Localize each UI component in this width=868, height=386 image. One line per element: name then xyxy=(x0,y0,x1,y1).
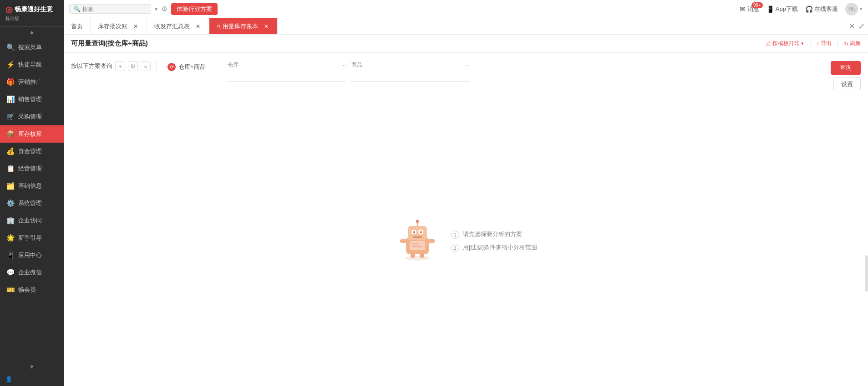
filter-actions: 查询 设置 xyxy=(825,61,861,91)
print-chevron-icon: ▾ xyxy=(801,41,804,46)
cart-icon: 🛒 xyxy=(6,113,15,121)
svg-rect-8 xyxy=(420,231,422,233)
sidebar-item-apps[interactable]: 📱 应用中心 xyxy=(0,247,64,264)
tip-number-2: 2 xyxy=(451,244,459,252)
filter-settings-button[interactable]: ⚙ xyxy=(128,61,138,71)
tab-close-available-inventory[interactable]: ✕ xyxy=(263,23,270,30)
sidebar-item-basic[interactable]: 🗂️ 基础信息 xyxy=(0,177,64,195)
sidebar-nav: 🔍 搜索菜单 ⚡ 快捷导航 🎁 营销推广 📊 销售管理 🛒 采购管理 📦 库存核… xyxy=(0,37,64,362)
sidebar-item-wechat[interactable]: 💬 企业微信 xyxy=(0,264,64,281)
action-separator-1: | xyxy=(809,40,811,47)
notification-button[interactable]: ✉ 消息 99+ xyxy=(740,5,759,13)
tab-batch-account[interactable]: 库存批次账 ✕ xyxy=(91,18,147,34)
page-header: 可用量查询(按仓库+商品) 🖨 按模板打印 ▾ | ↑ 导出 | ↻ xyxy=(64,35,868,53)
topbar-search-box[interactable]: 🔍 xyxy=(69,4,151,14)
industry-solution-button[interactable]: 体验行业方案 xyxy=(171,3,218,15)
app-title: ◎ 畅康通好生意 xyxy=(5,5,58,15)
warehouse-input[interactable] xyxy=(228,71,346,82)
goods-input[interactable] xyxy=(351,71,470,82)
refresh-button[interactable]: ↻ 刷新 xyxy=(844,40,861,47)
sidebar-item-sales[interactable]: 📊 销售管理 xyxy=(0,91,64,108)
notification-badge: 99+ xyxy=(751,2,763,8)
gear-icon: ⚙️ xyxy=(6,199,15,207)
svg-point-11 xyxy=(416,220,419,223)
ticket-icon: 🎫 xyxy=(6,286,15,294)
sidebar-item-member[interactable]: 🎫 畅会员 xyxy=(0,281,64,299)
user-menu[interactable]: Rit ▾ xyxy=(845,3,863,15)
online-service-link[interactable]: 🎧 在线客服 xyxy=(805,5,838,13)
svg-rect-15 xyxy=(411,243,418,245)
sidebar-scroll-down[interactable]: ▼ xyxy=(0,362,64,372)
search-chevron-icon[interactable]: ▾ xyxy=(155,6,157,12)
sidebar-bottom-user[interactable]: 👤 xyxy=(0,372,64,386)
goods-more-btn[interactable]: ··· xyxy=(465,62,470,68)
filter-collapse-button[interactable]: « xyxy=(141,61,151,71)
sidebar-item-enterprise[interactable]: 🏢 企业协同 xyxy=(0,212,64,229)
app-badge: 标准版 xyxy=(5,15,58,22)
warehouse-label: 仓库 ··· xyxy=(228,61,346,69)
scheme-warehouse-goods[interactable]: ⟳ 仓库+商品 xyxy=(164,61,213,73)
content-inner: 可用量查询(按仓库+商品) 🖨 按模板打印 ▾ | ↑ 导出 | ↻ xyxy=(64,35,868,386)
sidebar-item-system[interactable]: ⚙️ 系统管理 xyxy=(0,195,64,212)
filter-label-area: 按以下方案查询 + ⚙ « xyxy=(71,61,157,71)
print-icon: 🖨 xyxy=(766,41,771,47)
sidebar-item-newbie[interactable]: 🌟 新手引导 xyxy=(0,229,64,247)
sidebar-item-marketing[interactable]: 🎁 营销推广 xyxy=(0,73,64,91)
filter-fields-area: 仓库 ··· 商品 ··· xyxy=(220,61,825,82)
warehouse-more-btn[interactable]: ··· xyxy=(341,62,346,68)
sidebar-item-finance[interactable]: 💰 资金管理 xyxy=(0,143,64,160)
main-content: 🔍 ▾ ⚙ 体验行业方案 ✉ 消息 99+ 📱 App下载 🎧 在线客服 Ri xyxy=(64,0,868,386)
headphone-icon: 🎧 xyxy=(805,5,813,13)
search-input-icon: 🔍 xyxy=(73,5,81,12)
filter-add-button[interactable]: + xyxy=(115,61,125,71)
building-icon: 🏢 xyxy=(6,216,15,225)
scheme-icon: ⟳ xyxy=(168,63,176,71)
search-input[interactable] xyxy=(82,6,137,12)
user-avatar-icon: 👤 xyxy=(5,376,12,382)
topbar-gear-icon[interactable]: ⚙ xyxy=(161,5,168,13)
empty-state-illustration xyxy=(395,218,440,264)
sidebar-logo: ◎ 畅康通好生意 标准版 xyxy=(0,0,64,27)
tip-number-1: 1 xyxy=(451,231,459,239)
tab-close-inventory-summary[interactable]: ✕ xyxy=(194,23,202,30)
app-download-link[interactable]: 📱 App下载 xyxy=(766,5,798,13)
box-icon: 📦 xyxy=(6,130,15,138)
sidebar-item-shortcut[interactable]: ⚡ 快捷导航 xyxy=(0,56,64,73)
tip-2: 2 用[过滤]条件来缩小分析范围 xyxy=(451,243,537,252)
clipboard-icon: 📋 xyxy=(6,165,15,173)
tab-close-batch-account[interactable]: ✕ xyxy=(132,23,139,30)
chart-icon: 📊 xyxy=(6,95,15,103)
empty-tips: 1 请先选择要分析的方案 2 用[过滤]条件来缩小分析范围 xyxy=(451,230,537,252)
tab-available-inventory[interactable]: 可用量库存账本 ✕ xyxy=(209,18,278,34)
tab-expand-icon[interactable]: ⤢ xyxy=(858,22,864,31)
filter-scheme-list: ⟳ 仓库+商品 xyxy=(157,61,220,73)
refresh-icon: ↻ xyxy=(844,41,848,47)
user-chevron-icon: ▾ xyxy=(860,6,863,12)
empty-state-content: 1 请先选择要分析的方案 2 用[过滤]条件来缩小分析范围 xyxy=(395,218,537,264)
svg-rect-12 xyxy=(400,239,407,243)
topbar-right-area: ✉ 消息 99+ 📱 App下载 🎧 在线客服 Rit ▾ xyxy=(740,3,863,15)
chat-icon: 💬 xyxy=(6,268,15,277)
sidebar-item-purchase[interactable]: 🛒 采购管理 xyxy=(0,108,64,125)
sidebar-scroll-up[interactable]: ▲ xyxy=(0,27,64,37)
topbar: 🔍 ▾ ⚙ 体验行业方案 ✉ 消息 99+ 📱 App下载 🎧 在线客服 Ri xyxy=(64,0,868,18)
settings-button[interactable]: 设置 xyxy=(833,77,861,91)
tab-close-icon[interactable]: ✕ xyxy=(849,22,855,31)
export-button[interactable]: ↑ 导出 xyxy=(817,40,832,47)
sidebar-item-operation[interactable]: 📋 经营管理 xyxy=(0,160,64,177)
filter-label: 按以下方案查询 xyxy=(71,62,112,70)
sidebar-item-inventory[interactable]: 📦 库存核算 xyxy=(0,125,64,143)
tab-inventory-summary[interactable]: 收发存汇总表 ✕ xyxy=(147,18,209,34)
svg-rect-7 xyxy=(413,231,415,233)
print-button[interactable]: 🖨 按模板打印 ▾ xyxy=(766,40,804,47)
query-button[interactable]: 查询 xyxy=(831,61,861,75)
tabs-end-actions: ✕ ⤢ xyxy=(845,22,868,31)
svg-rect-9 xyxy=(413,236,422,238)
tab-home[interactable]: 首页 xyxy=(64,18,91,34)
scrollbar-thumb[interactable] xyxy=(865,255,868,292)
sidebar-item-search[interactable]: 🔍 搜索菜单 xyxy=(0,39,64,56)
svg-rect-4 xyxy=(408,226,427,241)
app-download-icon: 📱 xyxy=(766,5,774,13)
svg-rect-13 xyxy=(428,239,435,243)
svg-rect-16 xyxy=(411,246,423,247)
